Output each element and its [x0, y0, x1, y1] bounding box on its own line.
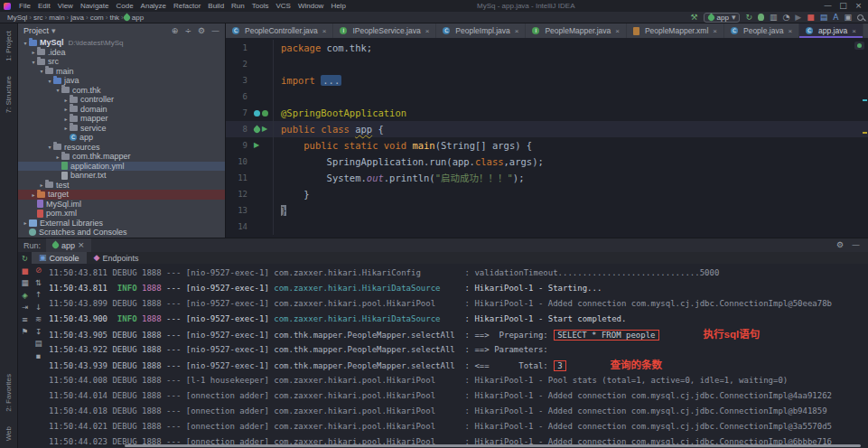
menu-tools[interactable]: Tools — [248, 2, 273, 10]
close-icon[interactable]: × — [713, 27, 717, 35]
tree-item-mysql-iml[interactable]: MySql.iml — [18, 200, 225, 210]
close-icon[interactable]: × — [425, 27, 430, 35]
close-icon[interactable]: × — [615, 27, 620, 35]
menu-vcs[interactable]: VCS — [272, 2, 294, 10]
expand-arrow-icon[interactable]: ▸ — [62, 125, 70, 131]
settings-icon[interactable]: ⚙ — [198, 27, 205, 35]
tree-item-resources[interactable]: ▾resources — [18, 143, 225, 153]
debug-icon[interactable] — [758, 14, 764, 21]
chevron-down-icon[interactable]: ▾ — [51, 27, 56, 35]
expand-arrow-icon[interactable]: ▾ — [46, 78, 53, 84]
editor-tab-peoplecontroller-java[interactable]: CPeopleController.java× — [226, 23, 333, 38]
collapse-icon[interactable]: ÷ — [184, 27, 191, 35]
expand-arrow-icon[interactable]: ▸ — [38, 182, 45, 188]
menu-build[interactable]: Build — [204, 2, 228, 10]
menu-help[interactable]: Help — [327, 2, 349, 10]
inspections-widget[interactable] — [854, 42, 864, 50]
stop-icon[interactable]: ■ — [807, 14, 815, 22]
tree-item-test[interactable]: ▸test — [18, 181, 225, 191]
maximize-icon[interactable]: □ — [835, 0, 851, 12]
expand-arrow-icon[interactable]: ▸ — [30, 191, 37, 198]
tab-endpoints[interactable]: ◆ Endpoints — [87, 252, 146, 264]
menu-view[interactable]: View — [54, 2, 77, 10]
tree-item-external-libraries[interactable]: ▸External Libraries — [18, 219, 225, 229]
project-panel-title[interactable]: Project — [23, 26, 49, 35]
minimize-icon[interactable]: — — [820, 0, 835, 12]
tree-item-com-thk-mapper[interactable]: ▸com.thk.mapper — [18, 152, 225, 162]
locate-icon[interactable]: ⊕ — [172, 27, 179, 35]
stop-icon[interactable]: ■ — [21, 267, 28, 275]
run-config-select[interactable]: app▾ — [704, 13, 741, 23]
horizontal-scrollbar[interactable] — [125, 444, 861, 447]
exit-icon[interactable]: ⇥ — [22, 303, 28, 312]
editor-tab-peoplemapper-xml[interactable]: PeopleMapper.xml× — [627, 23, 724, 38]
tree-item-app[interactable]: Capp — [18, 133, 225, 143]
expand-arrow-icon[interactable]: ▸ — [22, 219, 29, 226]
close-icon[interactable]: × — [788, 27, 792, 35]
tool-window-button-1-project[interactable]: 1: Project — [5, 31, 13, 61]
close-icon[interactable]: × — [78, 241, 85, 249]
run-tab-app[interactable]: app × — [46, 238, 91, 252]
soft-wrap-icon[interactable]: ≋ — [35, 315, 42, 323]
translate-icon[interactable]: A — [833, 14, 838, 22]
clear-all-icon[interactable]: ▪ — [36, 352, 42, 360]
tree-item-target[interactable]: ▸target — [18, 190, 225, 200]
menu-file[interactable]: File — [15, 2, 34, 10]
bean-teal-icon[interactable] — [254, 110, 260, 117]
tree-item-mapper[interactable]: ▸mapper — [18, 114, 225, 124]
expand-arrow-icon[interactable]: ▸ — [62, 116, 70, 122]
profiler-icon[interactable]: ◔ — [783, 14, 790, 22]
menu-refactor[interactable]: Refactor — [170, 2, 204, 10]
search-icon[interactable] — [857, 14, 863, 21]
open-recent-icon[interactable]: ▤ — [820, 14, 828, 22]
breadcrumb-item[interactable]: src — [32, 14, 45, 22]
hide-icon[interactable]: — — [852, 241, 860, 249]
jump-to-icon[interactable]: ⇅ — [35, 279, 42, 287]
menu-edit[interactable]: Edit — [34, 2, 54, 10]
spring-leaf-icon[interactable] — [253, 125, 262, 134]
tree-item-scratches-and-consoles[interactable]: Scratches and Consoles — [18, 228, 225, 238]
expand-arrow-icon[interactable]: ▸ — [54, 154, 61, 160]
clear-icon[interactable]: ⊘ — [35, 266, 42, 275]
editor-tab-peopleimpl-java[interactable]: CPeopleImpl.java× — [436, 23, 526, 38]
close-icon[interactable]: × — [515, 27, 519, 35]
window-icon[interactable]: ▣ — [844, 14, 852, 22]
tree-item-service[interactable]: ▸service — [18, 124, 225, 134]
tool-window-button-web[interactable]: Web — [5, 426, 13, 441]
editor-tab-app-java[interactable]: Capp.java× — [799, 23, 863, 38]
tree-item-com-thk[interactable]: ▾com.thk — [18, 86, 225, 96]
tree-item-banner-txt[interactable]: banner.txt — [18, 171, 225, 181]
breadcrumb-item[interactable]: main — [47, 14, 66, 22]
expand-arrow-icon[interactable]: ▾ — [22, 40, 29, 46]
close-icon[interactable]: × — [852, 27, 856, 35]
expand-arrow-icon[interactable]: ▸ — [30, 49, 37, 55]
expand-arrow-icon[interactable]: ▾ — [30, 59, 37, 65]
breadcrumb-item[interactable]: MySql — [5, 14, 29, 22]
print-icon[interactable]: ▤ — [34, 340, 42, 348]
breadcrumb-item[interactable]: com — [89, 14, 106, 22]
expand-arrow-icon[interactable]: ▾ — [38, 68, 45, 74]
rerun-icon[interactable]: ↻ — [745, 14, 752, 22]
coverage-icon[interactable]: ▥ — [770, 14, 778, 22]
tree-item-mysql[interactable]: ▾MySqlD:\ideatest\MySq — [18, 38, 225, 48]
tree-item-java[interactable]: ▾java — [18, 76, 225, 86]
editor-tab-peoplemapper-java[interactable]: IPeopleMapper.java× — [526, 23, 626, 38]
expand-arrow-icon[interactable]: ▾ — [46, 144, 53, 150]
spring-restart-icon[interactable]: ◈ — [22, 292, 28, 300]
run-triangle-icon[interactable]: ▶ — [254, 142, 259, 149]
tree-item-application-yml[interactable]: application.yml — [18, 162, 225, 172]
breadcrumb-item[interactable]: java — [69, 14, 86, 22]
expand-arrow-icon[interactable]: ▾ — [54, 87, 61, 93]
tree-item--idea[interactable]: ▸.idea — [18, 48, 225, 58]
tool-window-button-2-favorites[interactable]: 2: Favorites — [5, 374, 13, 412]
close-icon[interactable]: × — [851, 0, 866, 12]
bean-green-icon[interactable] — [262, 110, 268, 117]
down-stack-icon[interactable]: ↓ — [35, 303, 42, 312]
thread-dump-icon[interactable]: ▦ — [21, 279, 28, 287]
run-icon[interactable]: ▶ — [795, 14, 801, 22]
console-log[interactable]: 11:50:43.811 DEBUG 1888 --- [nio-9527-ex… — [45, 264, 868, 448]
pin-icon[interactable]: ⚑ — [22, 328, 29, 336]
build-hammer-icon[interactable]: ⚒ — [690, 14, 697, 22]
editor-tab-ipeopleservice-java[interactable]: IIPeopleService.java× — [333, 23, 436, 38]
menu-analyze[interactable]: Analyze — [137, 2, 170, 10]
